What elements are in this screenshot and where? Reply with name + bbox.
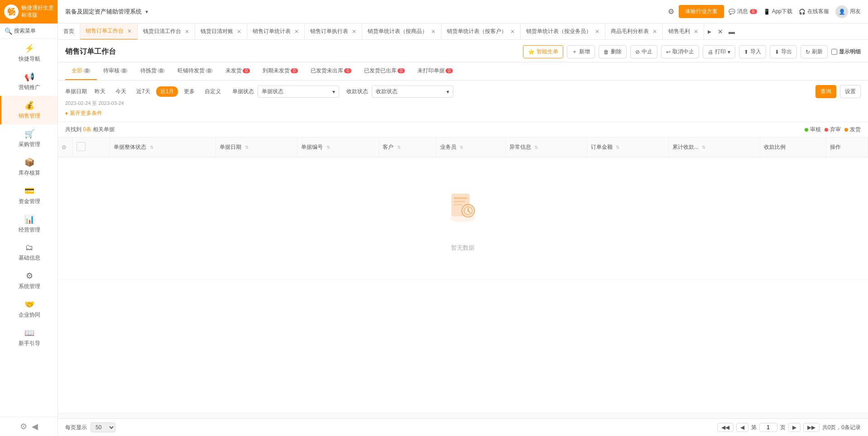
stop-button[interactable]: ⊘ 中止	[630, 45, 657, 58]
subtab-shipped-warehoused[interactable]: 已发货已出库0	[358, 62, 411, 80]
sidebar-item-system[interactable]: ⚙ 系统管理	[0, 266, 58, 295]
date-btn-1month[interactable]: 近1月	[156, 86, 178, 97]
tab-sales-summary-staff[interactable]: 销货单统计表（按业务员） ✕	[521, 24, 605, 40]
batch-ship-button[interactable]: 发货	[844, 126, 861, 133]
sidebar-item-basic[interactable]: 🗂 基础信息	[0, 238, 58, 266]
sidebar-search[interactable]: 🔍 搜索菜单	[0, 24, 58, 39]
tab-sales-exec-close[interactable]: ✕	[352, 29, 356, 34]
industry-solution-button[interactable]: 体验行业方案	[679, 5, 724, 18]
page-number-input[interactable]	[759, 423, 777, 432]
settings-btn[interactable]: 设置	[840, 85, 861, 98]
last-page-button[interactable]: ▶▶	[803, 423, 820, 432]
tab-sales-stat[interactable]: 销售订单统计表 ✕	[247, 24, 305, 40]
th-abnormal[interactable]: 异常信息 ⇅	[505, 137, 587, 157]
payment-select[interactable]: 收款状态 ▾	[372, 85, 453, 98]
tab-sales-summary-staff-close[interactable]: ✕	[595, 29, 599, 34]
tab-cash-reconcile-close[interactable]: ✕	[237, 29, 241, 34]
th-collected[interactable]: 累计收款... ⇅	[668, 137, 760, 157]
cancel-stop-button[interactable]: ↩ 取消中止	[661, 45, 699, 58]
tab-sales-summary-product[interactable]: 销货单统计表（按商品） ✕	[362, 24, 441, 40]
horizontal-scrollbar[interactable]	[58, 413, 868, 418]
delete-button[interactable]: 🗑 删除	[599, 45, 627, 58]
app-download-button[interactable]: 📱 App下载	[763, 8, 792, 15]
date-btn-today[interactable]: 今天	[111, 86, 130, 97]
tab-cash-daily[interactable]: 钱货日清工作台 ✕	[138, 24, 195, 40]
select-all-checkbox[interactable]	[77, 142, 86, 151]
th-amount[interactable]: 订单金额 ⇅	[587, 137, 668, 157]
tab-home[interactable]: 首页	[58, 24, 80, 40]
batch-review-button[interactable]: 审核	[805, 126, 821, 133]
topbar-settings-icon[interactable]: ⚙	[668, 7, 674, 16]
th-salesman[interactable]: 业务员 ⇅	[436, 137, 505, 157]
sidebar-item-quick-nav[interactable]: ⚡ 快捷导航	[0, 39, 58, 67]
tab-profit-analysis-close[interactable]: ✕	[652, 29, 657, 34]
tab-sales-profit-close[interactable]: ✕	[694, 29, 698, 34]
date-btn-more[interactable]: 更多	[180, 86, 199, 97]
tab-cash-reconcile[interactable]: 钱货日清对账 ✕	[195, 24, 247, 40]
tab-sales-order-label: 销售订单工作台	[86, 27, 124, 35]
tab-sales-stat-close[interactable]: ✕	[294, 29, 299, 34]
column-settings-icon[interactable]: ⚙	[62, 144, 67, 151]
th-date[interactable]: 单据日期 ⇅	[216, 137, 297, 157]
tab-cash-daily-close[interactable]: ✕	[185, 29, 189, 34]
refresh-button[interactable]: ↻ 刷新	[801, 45, 828, 58]
sidebar-item-marketing[interactable]: 📢 营销推广	[0, 67, 58, 96]
th-status[interactable]: 单据整体状态 ⇅	[110, 137, 216, 157]
batch-abandon-button[interactable]: 弃审	[825, 126, 841, 133]
user-menu[interactable]: 👤 用友	[835, 5, 861, 18]
subtab-wangpu[interactable]: 旺铺待发货0	[171, 62, 219, 80]
query-button[interactable]: 查询	[815, 85, 836, 98]
tab-sales-summary-product-close[interactable]: ✕	[431, 29, 436, 34]
online-service-button[interactable]: 🎧 在线客服	[799, 8, 829, 15]
tab-sales-order[interactable]: 销售订单工作台 ✕	[80, 24, 138, 40]
service-icon: 🎧	[799, 9, 806, 15]
sidebar-settings-icon[interactable]: ⚙	[20, 422, 27, 431]
tab-sales-summary-customer[interactable]: 销货单统计表（按客户） ✕	[441, 24, 521, 40]
sidebar-item-operation[interactable]: 📊 经营管理	[0, 210, 58, 238]
sidebar-item-finance[interactable]: 💳 资金管理	[0, 181, 58, 210]
subtab-not-shipped[interactable]: 未发货0	[219, 62, 256, 80]
show-detail-checkbox[interactable]: 显示明细	[831, 48, 861, 56]
sidebar-item-enterprise[interactable]: 🤝 企业协同	[0, 295, 58, 323]
subtab-pending-review[interactable]: 待审核0	[97, 62, 134, 80]
th-ratio: 收款比例	[760, 137, 826, 157]
date-btn-yesterday[interactable]: 昨天	[91, 86, 110, 97]
expand-conditions-button[interactable]: ▾ 展开更多条件	[65, 109, 861, 117]
tab-sales-summary-customer-close[interactable]: ✕	[510, 29, 515, 34]
per-page-select[interactable]: 10 20 50 100	[91, 422, 115, 432]
tabbar-close-all-icon[interactable]: ✕	[715, 28, 726, 35]
tab-sales-profit[interactable]: 销售毛利 ✕	[663, 24, 704, 40]
add-button[interactable]: ＋ 新增	[567, 45, 595, 58]
ship-label: 发货	[850, 126, 861, 133]
export-button[interactable]: ⬇ 导出	[770, 45, 797, 58]
tab-profit-analysis[interactable]: 商品毛利分析表 ✕	[605, 24, 663, 40]
show-detail-input[interactable]	[831, 49, 837, 55]
date-btn-7days[interactable]: 近7天	[132, 86, 154, 97]
th-customer[interactable]: 客户 ⇅	[379, 137, 436, 157]
subtab-shipped-not-warehoused[interactable]: 已发货未出库0	[304, 62, 358, 80]
tabbar-minimize-icon[interactable]: ▬	[726, 28, 738, 35]
print-button[interactable]: 🖨 打印 ▾	[703, 45, 735, 58]
tab-sales-exec[interactable]: 销售订单执行表 ✕	[305, 24, 362, 40]
topbar-dropdown[interactable]: ▾	[145, 9, 148, 15]
sidebar-item-purchase[interactable]: 🛒 采购管理	[0, 124, 58, 153]
subtab-overdue[interactable]: 到期未发货0	[256, 62, 304, 80]
tab-sales-order-close[interactable]: ✕	[127, 28, 132, 34]
sidebar-item-inventory[interactable]: 📦 库存核算	[0, 153, 58, 181]
subtab-all[interactable]: 全部0	[65, 62, 97, 80]
sidebar-item-guide[interactable]: 📖 新手引导	[0, 323, 58, 352]
message-button[interactable]: 💬 消息 6	[729, 8, 757, 15]
tabbar-more-icon[interactable]: ▸	[704, 27, 715, 36]
sidebar-item-sales[interactable]: 💰 销售管理	[0, 96, 58, 124]
first-page-button[interactable]: ◀◀	[717, 423, 734, 432]
subtab-pending-pickup[interactable]: 待拣货0	[134, 62, 171, 80]
next-page-button[interactable]: ▶	[788, 423, 801, 432]
prev-page-button[interactable]: ◀	[736, 423, 748, 432]
th-number[interactable]: 单据编号 ⇅	[297, 137, 379, 157]
subtab-not-printed[interactable]: 未打印单据0	[411, 62, 459, 80]
date-btn-custom[interactable]: 自定义	[201, 86, 225, 97]
status-select[interactable]: 单据状态 ▾	[258, 85, 339, 98]
sidebar-collapse-icon[interactable]: ◀	[32, 422, 38, 431]
import-button[interactable]: ⬆ 导入	[739, 45, 766, 58]
smart-generate-button[interactable]: ⭐ 智能生单	[523, 45, 563, 58]
